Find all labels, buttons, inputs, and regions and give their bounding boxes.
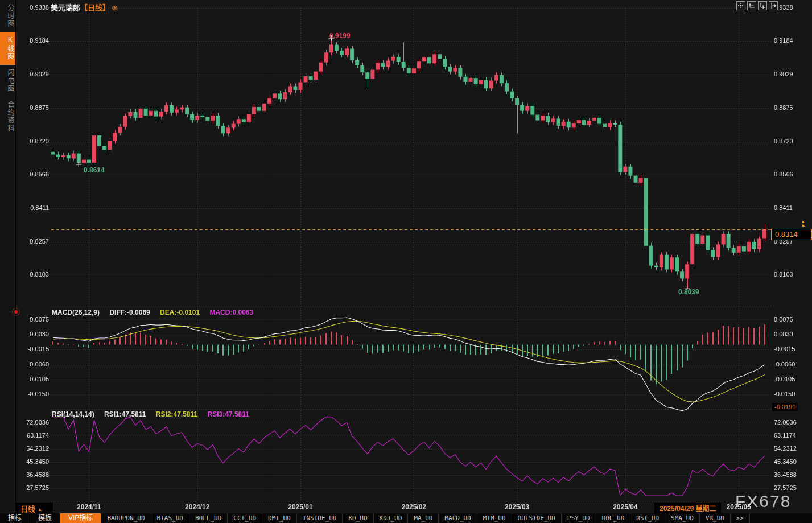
fit-x-axis-icon[interactable] (747, 1, 756, 10)
macd-axis-label-right: -0.0015 (774, 345, 795, 352)
chart-workspace: 美元瑞郎【日线】⊕ MACD(26,12,9) DIFF:-0.0069 DEA… (0, 0, 812, 523)
rsi-axis-label-right: 54.2312 (774, 445, 797, 452)
rsi1-value: RSI1:47.5811 (104, 410, 146, 418)
period-arrow-icon: ▲ (38, 506, 43, 512)
instrument-name: 美元瑞郎 (51, 3, 80, 12)
indicator-tab-模板[interactable]: 模板 (30, 513, 60, 523)
indicator-tab-BIAS_UD[interactable]: BIAS_UD (151, 513, 189, 523)
rsi-axis-label-right: 36.4588 (774, 471, 797, 478)
price-axis-label-left: 0.9029 (19, 71, 49, 77)
price-axis-label-right: 0.8566 (774, 171, 793, 178)
pan-right-icon[interactable] (769, 1, 778, 10)
sidebar-tab-合约资料[interactable]: 合约资料 (0, 97, 15, 137)
price-axis-label-right: 0.8103 (774, 271, 793, 278)
indicator-tab-CCI_UD[interactable]: CCI_UD (228, 513, 262, 523)
price-axis-label-left: 0.9184 (19, 37, 49, 44)
price-axis-label-left: 0.8566 (19, 171, 49, 178)
price-axis-label-left: 0.8720 (19, 138, 49, 145)
indicator-tab->>[interactable]: >> (731, 513, 750, 523)
rsi-axis-label-left: 45.3450 (19, 458, 49, 465)
indicator-tab-VIP指标[interactable]: VIP指标 (60, 513, 101, 523)
rsi-axis-label-left: 63.1174 (19, 432, 49, 439)
indicator-tab-ROC_UD[interactable]: ROC_UD (596, 513, 631, 523)
indicator-tab-MTM_UD[interactable]: MTM_UD (477, 513, 512, 523)
rsi-axis-label-right: 63.1174 (774, 432, 796, 439)
macd-axis-label-right: 0.0030 (774, 331, 793, 337)
highlighted-date: 2025/04/29 星期二 (654, 503, 721, 513)
indicator-tab-KDJ_UD[interactable]: KDJ_UD (374, 513, 409, 523)
timeline-month-label: 2025/04 (613, 503, 637, 511)
chart-type-rail: 分时图K线图闪电图合约资料 (0, 0, 16, 523)
timeline-month-label: 2025/01 (288, 503, 312, 511)
macd-axis-label-left: -0.0060 (19, 361, 49, 368)
indicator-tab-BOLL_UD[interactable]: BOLL_UD (189, 513, 228, 523)
macd-axis-label-left: -0.0015 (19, 345, 49, 352)
period-selector[interactable]: 日线 ▲ (20, 503, 43, 514)
sidebar-tab-分时图[interactable]: 分时图 (0, 0, 15, 32)
macd-axis-label-left: 0.0030 (19, 331, 49, 337)
annotation-swing-high: 0.9199 (329, 32, 351, 40)
indicator-tab-BARUPDN_UD[interactable]: BARUPDN_UD (101, 513, 151, 523)
price-axis-label-right: 0.8720 (774, 138, 793, 145)
timeline-month-label: 2024/11 (77, 503, 101, 511)
last-price-tag: 0.8314 (771, 229, 812, 240)
candlestick-chart-canvas[interactable] (0, 0, 812, 523)
indicator-tabbar: 指标模板VIP指标BARUPDN_UDBIAS_UDBOLL_UDCCI_UDD… (0, 513, 812, 523)
price-axis-label-right: 0.8411 (774, 204, 793, 211)
crosshair-move-icon[interactable] (736, 1, 745, 10)
price-axis-label-right: 0.9029 (774, 71, 793, 77)
macd-dea-value: DEA:-0.0101 (160, 308, 200, 316)
macd-axis-label-left: -0.0150 (19, 390, 49, 397)
macd-axis-label-right: -0.0150 (774, 390, 795, 397)
indicator-tab-VR_UD[interactable]: VR_UD (700, 513, 731, 523)
indicator-tab-KD_UD[interactable]: KD_UD (343, 513, 373, 523)
rsi-axis-label-left: 36.4588 (19, 471, 49, 478)
price-axis-label-left: 0.9338 (19, 4, 49, 11)
fx678-watermark: FX678 (735, 492, 791, 511)
indicator-tab-SMA_UD[interactable]: SMA_UD (665, 513, 700, 523)
macd-params-label: MACD(26,12,9) (52, 308, 100, 316)
rsi-params-label: RSI(14,14,14) (52, 410, 94, 418)
price-axis-label-left: 0.8103 (19, 271, 49, 278)
sidebar-tab-K线图[interactable]: K线图 (0, 32, 15, 65)
indicator-tab-MACD_UD[interactable]: MACD_UD (439, 513, 477, 523)
indicator-tab-PSY_UD[interactable]: PSY_UD (562, 513, 596, 523)
annotation-swing-low-right: 0.8039 (678, 288, 699, 296)
chart-toolbar (736, 1, 778, 10)
macd-axis-label-left: -0.0105 (19, 376, 49, 382)
indicator-tab-DMI_UD[interactable]: DMI_UD (262, 513, 297, 523)
indicator-tab-INSIDE_UD[interactable]: INSIDE_UD (297, 513, 343, 523)
rsi-header: RSI(14,14,14) RSI1:47.5811 RSI2:47.5811 … (52, 410, 257, 418)
timeline-month-label: 2025/02 (402, 503, 426, 511)
price-axis-label-left: 0.8875 (19, 104, 49, 111)
price-up-arrows-icon: ▲▲ (801, 220, 806, 227)
rsi-axis-label-left: 72.0036 (19, 419, 49, 426)
indicator-tab-OUTSIDE_UD[interactable]: OUTSIDE_UD (512, 513, 562, 523)
macd-axis-label-right: 0.0075 (774, 316, 793, 323)
macd-axis-label-right: -0.0105 (774, 376, 795, 382)
macd-current-tag: -0.0191 (772, 403, 798, 411)
macd-axis-label-left: 0.0075 (19, 316, 49, 323)
price-axis-label-left: 0.8411 (19, 204, 49, 211)
period-tag: 【日线】 (80, 3, 110, 12)
indicator-tab-MA_UD[interactable]: MA_UD (408, 513, 439, 523)
rsi3-value: RSI3:47.5811 (208, 410, 249, 418)
rsi2-value: RSI2:47.5811 (156, 410, 197, 418)
live-indicator-icon (12, 308, 20, 316)
macd-header: MACD(26,12,9) DIFF:-0.0069 DEA:-0.0101 M… (52, 308, 261, 316)
price-axis-label-right: 0.9184 (774, 37, 793, 44)
chart-title: 美元瑞郎【日线】⊕ (51, 2, 118, 13)
fit-y-axis-icon[interactable] (758, 1, 767, 10)
rsi-axis-label-right: 72.0036 (774, 419, 797, 426)
timeline-month-label: 2024/12 (185, 503, 209, 511)
timeline-month-label: 2025/03 (505, 503, 529, 511)
sidebar-tab-闪电图[interactable]: 闪电图 (0, 65, 15, 97)
circle-plus-icon[interactable]: ⊕ (112, 3, 118, 12)
indicator-tab-RSI_UD[interactable]: RSI_UD (630, 513, 665, 523)
price-axis-label-right: 0.8875 (774, 104, 793, 111)
rsi-axis-label-left: 54.2312 (19, 445, 49, 452)
macd-diff-value: DIFF:-0.0069 (109, 308, 150, 316)
rsi-axis-label-right: 27.5725 (774, 484, 797, 491)
macd-macd-value: MACD:0.0063 (209, 308, 253, 316)
indicator-tab-指标[interactable]: 指标 (0, 513, 30, 523)
